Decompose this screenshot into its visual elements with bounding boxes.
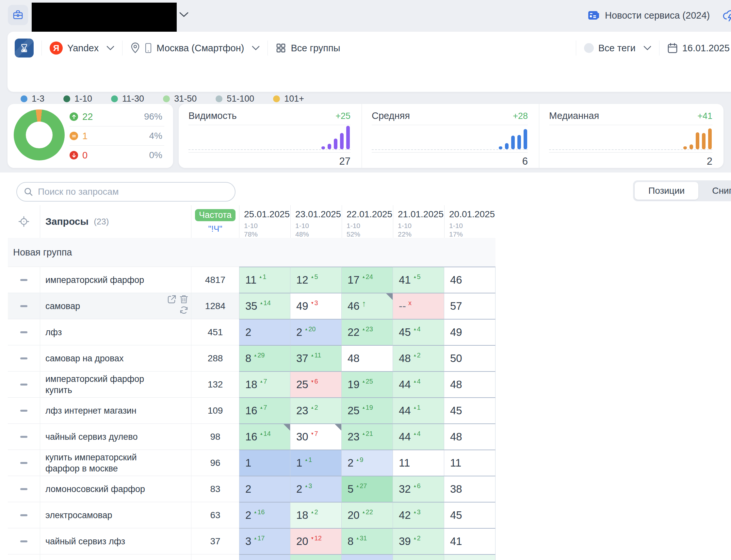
drag-handle-icon[interactable] xyxy=(20,462,27,464)
position-cell[interactable]: 44▲4 xyxy=(393,371,444,397)
position-cell[interactable] xyxy=(239,554,291,560)
position-cell[interactable]: 45 xyxy=(444,397,495,423)
drag-handle-icon[interactable] xyxy=(20,279,27,281)
position-cell[interactable]: 38 xyxy=(444,476,495,502)
position-cell[interactable]: 22▲23 xyxy=(342,319,393,345)
header-date-column[interactable]: 20.01.2025 1-1017% xyxy=(444,205,495,238)
position-cell[interactable]: 37▲11 xyxy=(291,345,342,371)
trash-icon[interactable] xyxy=(179,294,189,304)
position-cell[interactable]: 46↑ xyxy=(342,293,393,319)
metric-median[interactable]: Медианная+41 2 xyxy=(539,104,723,168)
search-input[interactable] xyxy=(38,187,235,197)
position-cell[interactable]: 8▲31 xyxy=(342,528,393,554)
position-cell[interactable]: 2 xyxy=(239,319,291,345)
drag-handle-icon[interactable] xyxy=(20,436,27,438)
position-cell[interactable]: 20▼12 xyxy=(291,528,342,554)
position-cell[interactable]: 48 xyxy=(342,345,393,371)
position-cell[interactable]: 19▲25 xyxy=(342,371,393,397)
position-cell[interactable]: 46 xyxy=(444,267,495,293)
position-cell[interactable]: 1 xyxy=(239,450,291,476)
position-cell[interactable]: 35▲14 xyxy=(239,293,291,319)
date-range-picker[interactable]: 16.01.2025 – xyxy=(667,42,731,54)
position-cell[interactable]: 18▲7 xyxy=(239,371,291,397)
position-cell[interactable]: 3▲17 xyxy=(239,528,291,554)
query-cell[interactable]: лфз интернет магазин xyxy=(40,397,191,423)
position-cell[interactable]: 48 xyxy=(444,371,495,397)
position-cell[interactable]: 23▲2 xyxy=(291,397,342,423)
tags-selector[interactable]: Все теги xyxy=(584,43,651,54)
drag-handle-icon[interactable] xyxy=(20,540,27,542)
position-cell[interactable]: 41 xyxy=(444,528,495,554)
position-cell[interactable]: 12▲5 xyxy=(291,267,342,293)
query-cell[interactable]: императорский фарфор купить xyxy=(40,371,191,397)
drag-handle-icon[interactable] xyxy=(20,514,27,516)
header-date-column[interactable]: 22.01.2025 1-1052% xyxy=(342,205,393,238)
position-cell[interactable] xyxy=(291,554,342,560)
position-cell[interactable]: 45▲4 xyxy=(393,319,444,345)
position-cell[interactable]: 49▼3 xyxy=(291,293,342,319)
position-cell[interactable]: 25▲19 xyxy=(342,397,393,423)
position-cell[interactable]: 57 xyxy=(444,293,495,319)
position-cell[interactable]: 42▲3 xyxy=(393,502,444,528)
position-cell[interactable]: 17▲24 xyxy=(342,267,393,293)
position-cell[interactable]: 49 xyxy=(444,319,495,345)
query-cell[interactable]: электросамовар xyxy=(40,502,191,528)
position-cell[interactable]: 20▲22 xyxy=(342,502,393,528)
app-logo-hourglass-icon[interactable] xyxy=(15,39,34,58)
chevron-down-icon[interactable] xyxy=(179,12,189,18)
position-cell[interactable]: 11▲1 xyxy=(239,267,291,293)
header-date-column[interactable]: 25.01.2025 1-1078% xyxy=(239,205,291,238)
tab-positions[interactable]: Позиции xyxy=(635,182,698,200)
position-cell[interactable]: 2 xyxy=(239,476,291,502)
position-cell[interactable]: 2▲16 xyxy=(239,502,291,528)
group-header[interactable]: Новая группа xyxy=(8,238,495,267)
tab-snippets[interactable]: Снип xyxy=(698,182,731,200)
drag-handle-icon[interactable] xyxy=(20,384,27,386)
position-cell[interactable] xyxy=(393,554,444,560)
position-cell[interactable]: 16▲14 xyxy=(239,423,291,450)
header-date-column[interactable]: 21.01.2025 1-1022% xyxy=(393,205,444,238)
position-cell[interactable]: --x xyxy=(393,293,444,319)
position-cell[interactable]: 2▲3 xyxy=(291,476,342,502)
position-cell[interactable]: 23▲21 xyxy=(342,423,393,450)
query-cell[interactable]: лфз xyxy=(40,319,191,345)
position-cell[interactable]: 25▼6 xyxy=(291,371,342,397)
query-cell[interactable]: императорский фарфор xyxy=(40,267,191,293)
position-cell[interactable]: 18▲2 xyxy=(291,502,342,528)
refresh-icon[interactable] xyxy=(179,305,189,315)
header-target-cell[interactable] xyxy=(8,205,40,238)
position-cell[interactable]: 50 xyxy=(444,345,495,371)
region-selector[interactable]: Москва (Смартфон) xyxy=(130,42,260,54)
service-news-link[interactable]: Новости сервиса (2024) xyxy=(587,9,710,22)
redacted-project-name[interactable] xyxy=(32,3,177,34)
position-cell[interactable]: 11 xyxy=(444,450,495,476)
drag-handle-icon[interactable] xyxy=(20,488,27,490)
query-cell[interactable]: купить императорский фарфор в москве xyxy=(40,450,191,476)
header-date-column[interactable]: 23.01.2025 1-1048% xyxy=(291,205,342,238)
cloud-lightning-icon[interactable] xyxy=(723,8,731,22)
drag-handle-icon[interactable] xyxy=(20,410,27,412)
drag-handle-icon[interactable] xyxy=(20,357,27,359)
metric-visibility[interactable]: Видимость+25 27 xyxy=(179,104,362,168)
header-queries[interactable]: Запросы (23) xyxy=(40,205,191,238)
position-cell[interactable]: 2▲9 xyxy=(342,450,393,476)
projects-button[interactable] xyxy=(8,5,28,25)
query-cell[interactable]: чайный сервиз лфз xyxy=(40,528,191,554)
query-cell[interactable] xyxy=(40,554,191,560)
metric-average[interactable]: Средняя+28 6 xyxy=(362,104,539,168)
drag-handle-icon[interactable] xyxy=(20,331,27,333)
query-cell[interactable]: самовар xyxy=(40,293,191,319)
position-cell[interactable]: 2▲20 xyxy=(291,319,342,345)
query-cell[interactable]: чайный сервиз дулево xyxy=(40,423,191,450)
query-cell[interactable]: самовар на дровах xyxy=(40,345,191,371)
groups-selector[interactable]: Все группы xyxy=(276,43,340,54)
position-cell[interactable]: 44▲1 xyxy=(393,397,444,423)
position-cell[interactable]: 30▼7 xyxy=(291,423,342,450)
position-cell[interactable]: 5▲27 xyxy=(342,476,393,502)
position-cell[interactable]: 48 xyxy=(444,423,495,450)
open-external-icon[interactable] xyxy=(167,294,177,304)
drag-handle-icon[interactable] xyxy=(20,305,27,307)
position-cell[interactable]: 16▲7 xyxy=(239,397,291,423)
position-cell[interactable]: 45 xyxy=(444,502,495,528)
search-engine-selector[interactable]: Я Yandex xyxy=(50,41,114,55)
